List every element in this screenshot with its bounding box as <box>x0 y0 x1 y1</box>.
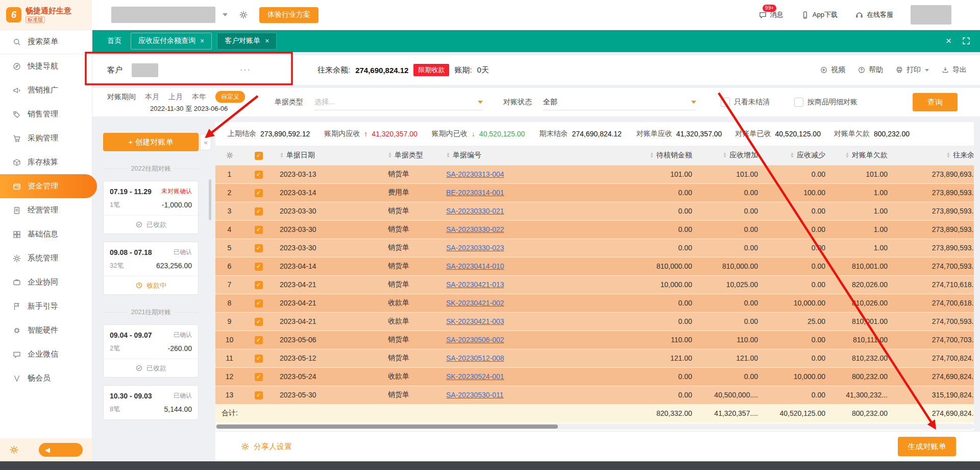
table-row[interactable]: 12023-03-13销货单SA-20230313-004101.00101.0… <box>215 165 974 183</box>
statement-card[interactable]: 10.30 - 09.03 已确认 8笔 5,144.00 <box>103 385 199 420</box>
checkbox-icon[interactable] <box>721 98 730 107</box>
sidebar-item-collaboration[interactable]: 企业协同 <box>0 270 92 294</box>
period-this-month[interactable]: 本月 <box>145 92 159 102</box>
table-row[interactable]: 72023-04-21销货单SA-20230421-01310,000.0010… <box>215 275 974 294</box>
doc-number-link[interactable]: SK-20230421-002 <box>446 299 504 307</box>
header-statement-owed[interactable]: 对账单欠款 <box>852 151 888 159</box>
table-row[interactable]: 132023-05-30销货单SA-20230530-0110.0040,500… <box>215 386 974 404</box>
row-checkbox[interactable] <box>255 391 263 400</box>
row-checkbox[interactable] <box>255 299 263 308</box>
close-all-icon[interactable]: × <box>946 35 951 46</box>
messages-button[interactable]: 99+ 消息 <box>758 10 783 19</box>
sort-icon[interactable]: ▲▼ <box>723 152 727 158</box>
table-row[interactable]: 62023-04-14销货单SA-20230414-010810,000.008… <box>215 257 974 275</box>
row-checkbox[interactable] <box>255 263 263 271</box>
sidebar-item-inventory[interactable]: 库存核算 <box>0 150 92 174</box>
row-checkbox[interactable] <box>255 171 263 179</box>
row-checkbox[interactable] <box>255 207 263 216</box>
table-row[interactable]: 52023-03-30销货单SA-20230330-0230.000.000.0… <box>215 239 974 257</box>
only-unsettled-checkbox[interactable]: 只看未结清 <box>721 98 770 107</box>
sort-icon[interactable]: ▲▼ <box>388 152 392 158</box>
statement-card[interactable]: 09.04 - 09.07 已确认 2笔 -260.00 已收款 <box>103 324 199 378</box>
sidebar-item-operations[interactable]: 经营管理 <box>0 198 92 222</box>
close-icon[interactable]: × <box>200 37 204 45</box>
header-pending-amount[interactable]: 待核销金额 <box>656 151 692 159</box>
doc-number-link[interactable]: SA-20230330-023 <box>446 244 504 252</box>
doc-number-link[interactable]: SA-20230421-013 <box>446 280 504 289</box>
column-settings-gear-icon[interactable] <box>226 151 234 159</box>
row-checkbox[interactable] <box>255 355 263 363</box>
tab-customer-statement[interactable]: 客户对账单 × <box>217 33 277 50</box>
sort-icon[interactable]: ▲▼ <box>845 152 849 158</box>
statement-card[interactable]: 07.19 - 11.29 未对账确认 1笔 -1,000.00 已收款 <box>103 181 199 234</box>
header-receivable-increase[interactable]: 应收增加 <box>729 151 758 159</box>
print-link[interactable]: 打印 <box>895 65 929 75</box>
date-range-value[interactable]: 2022-11-30 至 2023-06-06 <box>150 104 245 113</box>
sidebar-item-base-info[interactable]: 基础信息 <box>0 222 92 246</box>
chevron-down-icon[interactable] <box>223 13 228 16</box>
fullscreen-icon[interactable] <box>962 36 971 45</box>
statement-status-select[interactable]: 全部 <box>543 95 696 110</box>
statement-card[interactable]: 09.08 - 07.18 已确认 32笔 623,256.00 收款中 <box>103 242 199 295</box>
doc-number-link[interactable]: SA-20230530-011 <box>446 391 504 399</box>
redacted-customer-name[interactable] <box>132 63 158 77</box>
redacted-company-selector[interactable] <box>111 7 215 23</box>
close-icon[interactable]: × <box>265 37 269 45</box>
table-row[interactable]: 82023-04-21收款单SK-20230421-0020.000.0010,… <box>215 294 974 312</box>
period-last-month[interactable]: 上月 <box>168 92 183 102</box>
sidebar-item-system[interactable]: 系统管理 <box>0 246 92 270</box>
period-custom-badge[interactable]: 自定义 <box>215 91 245 103</box>
sidebar-item-marketing[interactable]: 营销推广 <box>0 78 92 102</box>
table-row[interactable]: 122023-05-24收款单SK-20230524-0010.000.0010… <box>215 367 974 386</box>
scrollbar-thumb[interactable] <box>216 425 558 429</box>
generate-statement-button[interactable]: 生成对账单 <box>898 437 956 456</box>
gear-icon[interactable] <box>239 10 248 19</box>
tab-balance-query[interactable]: 应收应付余额查询 × <box>131 33 212 50</box>
row-checkbox[interactable] <box>255 318 263 326</box>
row-checkbox[interactable] <box>255 336 263 344</box>
row-checkbox[interactable] <box>255 226 263 234</box>
trial-industry-plan-button[interactable]: 体验行业方案 <box>259 7 318 23</box>
sidebar-item-wechat[interactable]: 企业微信 <box>0 342 92 366</box>
select-all-checkbox[interactable] <box>255 152 263 160</box>
sidebar-item-quick-nav[interactable]: 快捷导航 <box>0 54 92 78</box>
doc-number-link[interactable]: SA-20230330-021 <box>446 207 504 215</box>
doc-number-link[interactable]: SK-20230421-003 <box>446 317 504 325</box>
settings-gear-icon[interactable] <box>9 445 19 455</box>
export-link[interactable]: 导出 <box>941 65 967 75</box>
row-checkbox[interactable] <box>255 373 263 381</box>
doc-number-link[interactable]: SA-20230506-002 <box>446 336 504 344</box>
row-checkbox[interactable] <box>255 281 263 289</box>
header-receivable-decrease[interactable]: 应收减少 <box>797 151 825 159</box>
row-checkbox[interactable] <box>255 189 263 197</box>
doc-number-link[interactable]: BE-20230314-001 <box>446 189 504 197</box>
panel-scrollbar-thumb[interactable] <box>209 179 211 220</box>
app-download-button[interactable]: App下载 <box>801 10 838 19</box>
sort-icon[interactable]: ▲▼ <box>280 152 284 158</box>
header-running-balance[interactable]: 往来余额 <box>953 151 974 159</box>
sidebar-item-beginner-guide[interactable]: 新手引导 <box>0 294 92 318</box>
sidebar-item-funds[interactable]: 资金管理 <box>0 174 97 198</box>
sidebar-item-search-menu[interactable]: 搜索菜单 <box>0 30 92 54</box>
doc-number-link[interactable]: SA-20230414-010 <box>446 262 504 270</box>
online-service-button[interactable]: 在线客服 <box>855 10 893 19</box>
horizontal-scrollbar[interactable] <box>215 424 974 430</box>
table-row[interactable]: 112023-05-12销货单SA-20230512-008121.00121.… <box>215 349 974 367</box>
doc-number-link[interactable]: SK-20230524-001 <box>446 372 504 381</box>
row-checkbox[interactable] <box>255 244 263 252</box>
table-row[interactable]: 32023-03-30销货单SA-20230330-0210.000.000.0… <box>215 202 974 220</box>
sort-icon[interactable]: ▲▼ <box>650 152 654 158</box>
table-row[interactable]: 22023-03-14费用单BE-20230314-0010.000.00100… <box>215 183 974 202</box>
more-options-button[interactable]: ··· <box>240 65 251 75</box>
table-row[interactable]: 102023-05-06销货单SA-20230506-002110.00110.… <box>215 331 974 349</box>
sort-icon[interactable]: ▲▼ <box>790 152 794 158</box>
video-link[interactable]: 视频 <box>820 65 845 75</box>
sidebar-collapse-button[interactable]: ◀ <box>39 443 83 457</box>
period-this-year[interactable]: 本年 <box>192 92 206 102</box>
redacted-user-area[interactable] <box>911 5 951 25</box>
panel-collapse-handle[interactable]: « <box>200 134 211 150</box>
create-statement-button[interactable]: + 创建对账单 <box>103 133 199 151</box>
sidebar-item-smart-hardware[interactable]: 智能硬件 <box>0 318 92 342</box>
table-row[interactable]: 92023-04-21收款单SK-20230421-0030.000.0025.… <box>215 312 974 331</box>
query-button[interactable]: 查询 <box>913 93 958 111</box>
